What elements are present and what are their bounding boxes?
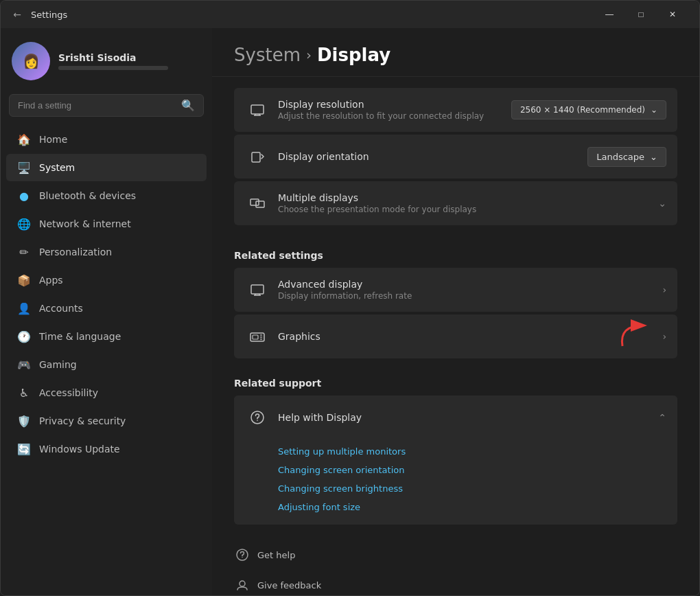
breadcrumb-current: Display bbox=[317, 45, 390, 65]
svg-rect-4 bbox=[252, 152, 260, 162]
back-button[interactable]: ← bbox=[12, 9, 23, 20]
graphics-info: Graphics bbox=[278, 331, 662, 342]
related-support: Related support Help with Display bbox=[212, 378, 699, 530]
app-content: 👩 Srishti Sisodia 🔍 🏠 Home 🖥️ bbox=[1, 28, 699, 595]
sidebar-item-bluetooth[interactable]: ● Bluetooth & devices bbox=[6, 182, 207, 209]
main-content: System › Display bbox=[212, 28, 699, 595]
give-feedback-link[interactable]: Give feedback bbox=[234, 571, 677, 595]
search-input[interactable] bbox=[18, 100, 176, 111]
orientation-value: Landscape bbox=[596, 152, 644, 162]
multiple-displays-info: Multiple displays Choose the presentatio… bbox=[278, 192, 658, 214]
orientation-title: Display orientation bbox=[278, 151, 587, 162]
titlebar-title: Settings bbox=[31, 10, 67, 20]
minimize-button[interactable]: — bbox=[594, 3, 625, 25]
multiple-displays-title: Multiple displays bbox=[278, 192, 658, 203]
svg-rect-12 bbox=[253, 335, 258, 339]
windows-update-icon: 🔄 bbox=[17, 442, 31, 456]
sidebar-item-label: Network & internet bbox=[39, 218, 131, 229]
help-title: Help with Display bbox=[278, 412, 658, 423]
sidebar-item-personalization[interactable]: ✏️ Personalization bbox=[6, 238, 207, 266]
multiple-displays-control: ⌄ bbox=[658, 198, 666, 209]
get-help-icon bbox=[234, 547, 250, 563]
help-icon bbox=[245, 405, 270, 430]
chevron-down-icon: ⌄ bbox=[650, 152, 657, 162]
advanced-display-title: Advanced display bbox=[278, 279, 662, 290]
resolution-value: 2560 × 1440 (Recommended) bbox=[520, 105, 645, 115]
sidebar-item-accessibility[interactable]: ♿ Accessibility bbox=[6, 379, 207, 406]
resolution-icon bbox=[245, 98, 270, 122]
svg-point-17 bbox=[257, 420, 258, 422]
avatar: 👩 bbox=[12, 42, 50, 80]
resolution-control: 2560 × 1440 (Recommended) ⌄ bbox=[511, 100, 666, 119]
sidebar-item-windows-update[interactable]: 🔄 Windows Update bbox=[6, 435, 207, 463]
sidebar-item-privacy[interactable]: 🛡️ Privacy & security bbox=[6, 407, 207, 435]
graphics-row-wrapper: Graphics › bbox=[234, 314, 677, 358]
sidebar-item-system[interactable]: 🖥️ System bbox=[6, 154, 207, 181]
sidebar-item-apps[interactable]: 📦 Apps bbox=[6, 266, 207, 294]
sidebar-item-label: Accessibility bbox=[39, 387, 98, 398]
resolution-row[interactable]: Display resolution Adjust the resolution… bbox=[234, 88, 677, 132]
sidebar-item-label: Apps bbox=[39, 275, 63, 286]
sidebar-item-home[interactable]: 🏠 Home bbox=[6, 126, 207, 153]
privacy-icon: 🛡️ bbox=[17, 414, 31, 428]
help-with-display-row: Help with Display ⌃ Setting up multiple … bbox=[234, 396, 677, 525]
advanced-display-info: Advanced display Display information, re… bbox=[278, 279, 662, 301]
related-support-label: Related support bbox=[234, 378, 677, 389]
help-header[interactable]: Help with Display ⌃ bbox=[234, 396, 677, 439]
sidebar-item-network[interactable]: 🌐 Network & internet bbox=[6, 210, 207, 238]
help-link-orientation[interactable]: Changing screen orientation bbox=[278, 461, 666, 479]
chevron-down-icon: ⌄ bbox=[651, 105, 657, 115]
sidebar-item-label: Privacy & security bbox=[39, 415, 126, 426]
footer-section: Get help Give feedback bbox=[212, 530, 699, 595]
sidebar-item-label: Personalization bbox=[39, 247, 112, 257]
graphics-icon bbox=[245, 324, 270, 349]
breadcrumb-system: System bbox=[234, 45, 301, 65]
user-account-bar bbox=[58, 66, 168, 70]
sidebar-item-label: System bbox=[39, 162, 75, 173]
resolution-desc: Adjust the resolution to fit your connec… bbox=[278, 111, 511, 121]
multiple-displays-row[interactable]: Multiple displays Choose the presentatio… bbox=[234, 181, 677, 225]
close-button[interactable]: ✕ bbox=[657, 3, 688, 25]
multiple-displays-icon bbox=[245, 191, 270, 216]
sidebar-item-label: Bluetooth & devices bbox=[39, 190, 136, 201]
maximize-button[interactable]: □ bbox=[625, 3, 657, 25]
bluetooth-icon: ● bbox=[17, 189, 31, 203]
help-link-brightness[interactable]: Changing screen brightness bbox=[278, 479, 666, 498]
page-header: System › Display bbox=[212, 28, 699, 77]
orientation-dropdown[interactable]: Landscape ⌄ bbox=[587, 147, 666, 167]
network-icon: 🌐 bbox=[17, 217, 31, 231]
system-icon: 🖥️ bbox=[17, 161, 31, 174]
advanced-display-icon bbox=[245, 277, 270, 302]
get-help-label: Get help bbox=[257, 550, 295, 560]
sidebar-item-accounts[interactable]: 👤 Accounts bbox=[6, 295, 207, 322]
help-link-fontsize[interactable]: Adjusting font size bbox=[278, 498, 666, 516]
svg-point-19 bbox=[242, 557, 242, 558]
get-help-link[interactable]: Get help bbox=[234, 541, 677, 569]
orientation-info: Display orientation bbox=[278, 151, 587, 162]
help-title-info: Help with Display bbox=[278, 412, 658, 423]
svg-point-20 bbox=[240, 581, 245, 586]
graphics-title: Graphics bbox=[278, 331, 662, 342]
user-name: Srishti Sisodia bbox=[58, 52, 168, 63]
graphics-row[interactable]: Graphics › bbox=[234, 314, 677, 358]
resolution-dropdown[interactable]: 2560 × 1440 (Recommended) ⌄ bbox=[511, 100, 666, 119]
sidebar-item-label: Gaming bbox=[39, 359, 77, 370]
personalization-icon: ✏️ bbox=[17, 245, 31, 259]
sidebar-item-gaming[interactable]: 🎮 Gaming bbox=[6, 351, 207, 378]
multiple-displays-desc: Choose the presentation mode for your di… bbox=[278, 205, 658, 214]
resolution-title: Display resolution bbox=[278, 99, 511, 110]
breadcrumb: System › Display bbox=[234, 45, 677, 65]
advanced-display-row[interactable]: Advanced display Display information, re… bbox=[234, 268, 677, 312]
user-profile[interactable]: 👩 Srishti Sisodia bbox=[1, 28, 212, 91]
chevron-down-icon: ⌄ bbox=[658, 198, 666, 209]
help-link-monitors[interactable]: Setting up multiple monitors bbox=[278, 442, 666, 461]
give-feedback-icon bbox=[234, 577, 250, 593]
related-settings: Related settings Advanced display Displ bbox=[212, 250, 699, 367]
sidebar-item-time[interactable]: 🕐 Time & language bbox=[6, 323, 207, 350]
apps-icon: 📦 bbox=[17, 273, 31, 287]
time-icon: 🕐 bbox=[17, 330, 31, 343]
chevron-right-icon: › bbox=[662, 284, 666, 295]
orientation-row[interactable]: Display orientation Landscape ⌄ bbox=[234, 135, 677, 179]
search-box[interactable]: 🔍 bbox=[9, 94, 204, 117]
titlebar: ← Settings — □ ✕ bbox=[1, 1, 699, 28]
